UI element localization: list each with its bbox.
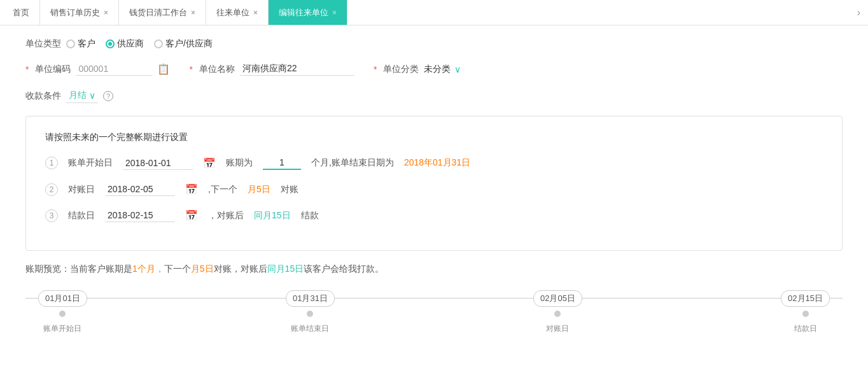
preview-suffix: 该客户会给我打款。 [304,264,384,274]
period-field-label-2: 对账日 [68,184,95,195]
close-icon[interactable]: × [332,8,337,17]
timeline-chip-2: 02月05日 [533,290,582,307]
radio-customer[interactable]: 客户 [66,38,95,50]
code-name-row: * 单位编码 📋 * 单位名称 * 单位分类 未分类 ∨ [25,62,843,76]
period-row-3: 3 结款日 📅 ，对账后同月15日结款 [45,209,823,222]
radio-supplier-circle [106,39,115,48]
timeline-point-3: 02月15日 结款日 [781,290,830,334]
help-icon[interactable]: ? [103,91,113,101]
period-desc-3-prefix: ，对账后 [208,210,244,222]
period-num-2: 2 [45,183,58,196]
period-card: 请按照未来的一个完整帐期进行设置 1 账单开始日 📅 账期为 个月,账单结束日期… [25,116,843,251]
preview-prefix: 账期预览：当前客户账期是 [25,264,132,274]
required-star: * [189,64,192,74]
tab-more-button[interactable]: › [850,7,868,18]
tab-partner[interactable]: 往来单位 × [206,0,269,25]
payment-label: 收款条件 [25,90,61,102]
tab-sales-history[interactable]: 销售订单历史 × [40,0,119,25]
timeline-label-1: 账单结束日 [291,323,329,334]
tab-partner-label: 往来单位 [216,7,249,18]
unit-category-label: 单位分类 [383,64,419,75]
preview-highlight2: 月5日 [191,264,214,274]
period-date-input-1[interactable] [123,157,193,170]
period-desc-2-suffix: 对账 [281,184,298,195]
main-content: 单位类型 客户 供应商 客户/供应商 * 单位编码 [0,25,868,387]
timeline-chip-0: 01月01日 [38,290,87,307]
calendar-icon-2[interactable]: 📅 [185,183,198,195]
tab-sales-history-label: 销售订单历史 [50,7,100,18]
period-field-label-3: 结款日 [68,210,95,222]
tab-cashier[interactable]: 钱货日清工作台 × [119,0,206,25]
tab-home[interactable]: 首页 [0,0,40,25]
preview-highlight1: 1个月， [132,264,164,274]
close-icon[interactable]: × [253,8,258,17]
period-desc-3-highlight: 同月15日 [254,210,291,222]
unit-name-input[interactable] [240,62,354,76]
preview-mid1: 下一个 [164,264,191,274]
radio-supplier[interactable]: 供应商 [106,38,144,50]
timeline-point-2: 02月05日 对账日 [533,290,582,334]
period-field-label-1: 账单开始日 [68,157,113,169]
timeline-dot-1 [307,311,313,317]
period-desc-2-prefix: ,下一个 [208,184,237,195]
radio-both-label: 客户/供应商 [165,38,213,50]
timeline-dot-2 [554,311,561,317]
radio-customer-circle [66,39,75,48]
timeline-dot-0 [59,311,66,317]
radio-both-circle [154,39,163,48]
period-desc-2-highlight: 月5日 [248,184,270,195]
radio-customer-label: 客户 [78,38,95,50]
payment-select[interactable]: 月结 ∨ [66,88,98,103]
timeline-label-3: 结款日 [794,323,817,334]
close-icon[interactable]: × [191,8,195,17]
payment-group: 收款条件 月结 ∨ ? [25,88,113,103]
timeline-container: 01月01日 账单开始日 01月31日 账单结束日 02月05日 对账日 02月… [25,290,843,334]
timeline-label-0: 账单开始日 [43,323,81,334]
period-num-input[interactable] [263,156,301,170]
timeline-chip-3: 02月15日 [781,290,830,307]
payment-value: 月结 [69,90,87,101]
tabs-bar: 首页 销售订单历史 × 钱货日清工作台 × 往来单位 × 编辑往来单位 × › [0,0,868,25]
period-end-date: 2018年01月31日 [404,157,470,169]
payment-row: 收款条件 月结 ∨ ? [25,88,843,103]
radio-group: 客户 供应商 客户/供应商 [66,38,213,50]
timeline-dot-3 [802,311,809,317]
chevron-down-icon: ∨ [89,90,95,101]
tab-edit-partner[interactable]: 编辑往来单位 × [269,0,347,25]
radio-both[interactable]: 客户/供应商 [154,38,213,50]
radio-supplier-label: 供应商 [117,38,144,50]
period-date-input-2[interactable] [105,183,175,196]
unit-name-label: 单位名称 [199,64,235,75]
unit-category-value: 未分类 [424,64,451,75]
unit-category-select[interactable]: 未分类 ∨ [424,64,461,75]
close-icon[interactable]: × [104,8,108,17]
timeline-chip-1: 01月31日 [286,290,335,307]
chevron-down-icon: ∨ [454,64,461,74]
period-row-1: 1 账单开始日 📅 账期为 个月,账单结束日期为 2018年01月31日 [45,156,823,170]
period-desc-3-suffix: 结款 [301,210,319,222]
unit-code-input[interactable] [76,62,152,76]
unit-code-group: * 单位编码 📋 [25,62,170,76]
period-unit-1: 个月,账单结束日期为 [311,157,394,169]
preview-highlight3: 同月15日 [267,264,304,274]
unit-type-label: 单位类型 [25,38,61,50]
calendar-icon-3[interactable]: 📅 [185,209,198,222]
unit-category-group: * 单位分类 未分类 ∨ [374,64,461,75]
required-star: * [374,64,377,74]
period-date-input-3[interactable] [105,209,175,222]
tab-edit-partner-label: 编辑往来单位 [279,7,328,18]
period-num-3: 3 [45,209,58,222]
required-star: * [25,64,29,74]
unit-name-group: * 单位名称 [189,62,354,76]
unit-type-group: 单位类型 客户 供应商 客户/供应商 [25,38,213,50]
tab-home-label: 首页 [13,7,29,18]
calendar-icon-1[interactable]: 📅 [203,157,216,169]
tab-cashier-label: 钱货日清工作台 [129,7,187,18]
preview-text: 账期预览：当前客户账期是1个月，下一个月5日对账，对账后同月15日该客户会给我打… [25,264,843,275]
unit-code-label: 单位编码 [35,64,71,75]
preview-mid2: 对账，对账后 [214,264,267,274]
copy-icon[interactable]: 📋 [157,63,170,75]
timeline-points: 01月01日 账单开始日 01月31日 账单结束日 02月05日 对账日 02月… [38,290,830,334]
period-label-1: 账期为 [226,157,253,169]
timeline-point-1: 01月31日 账单结束日 [286,290,335,334]
